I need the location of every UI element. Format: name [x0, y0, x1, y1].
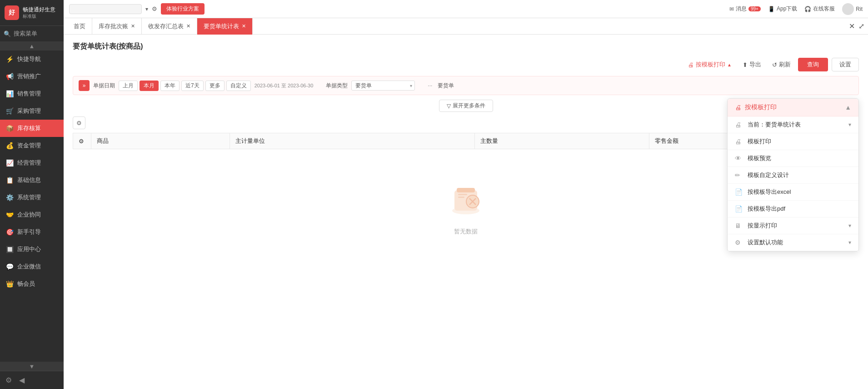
system-icon: ⚙️ — [5, 193, 14, 202]
sidebar-item-inventory[interactable]: 📦 库存核算 — [0, 120, 64, 137]
sidebar-item-system[interactable]: ⚙️ 系统管理 — [0, 189, 64, 206]
printer-dropdown-icon: 🖨 — [735, 104, 741, 111]
sidebar-item-guide[interactable]: 🎯 新手引导 — [0, 223, 64, 241]
col-unit: 主计量单位 — [230, 133, 475, 149]
settings-button[interactable]: 设置 — [832, 58, 859, 71]
wechat-icon: 💬 — [5, 263, 14, 271]
main-area: ▾ ⚙ 体验行业方案 ✉ 消息 99+ 📱 App下载 🎧 在线客服 Rit — [64, 0, 868, 389]
app-download-button[interactable]: 📱 App下载 — [768, 5, 797, 13]
basic-icon: 📋 — [5, 176, 14, 184]
purchase-icon: 🛒 — [5, 107, 14, 115]
svg-rect-6 — [458, 194, 467, 195]
online-service-button[interactable]: 🎧 在线客服 — [804, 5, 835, 13]
print-export-pdf-item[interactable]: 📄 按模板导出pdf — [728, 201, 858, 217]
user-avatar[interactable]: Rit — [842, 3, 863, 15]
sidebar-item-purchase[interactable]: 🛒 采购管理 — [0, 102, 64, 120]
template-pdf-icon: 📄 — [735, 205, 743, 212]
print-default-item[interactable]: ⚙ 设置默认功能 ▾ — [728, 234, 858, 251]
sidebar-item-collab[interactable]: 🤝 企业协同 — [0, 206, 64, 223]
print-template-item[interactable]: 🖨 模板打印 — [728, 133, 858, 150]
template-excel-icon: 📄 — [735, 188, 743, 196]
tab-batch-account[interactable]: 库存批次账 ✕ — [92, 18, 142, 35]
tab-order-summary[interactable]: 要货单统计表 ✕ — [197, 18, 253, 35]
print-button[interactable]: 🖨 按模板打印 ▲ — [684, 59, 735, 71]
topbar-gear-icon[interactable]: ⚙ — [152, 5, 157, 12]
empty-icon — [443, 177, 489, 222]
sidebar: 好 畅捷通好生意 标准版 🔍 搜索菜单 ▲ ⚡ 快捷导航 📢 营销推广 📊 销售… — [0, 0, 64, 389]
filter-date-more[interactable]: 更多 — [205, 81, 224, 91]
close-tab-batch-account[interactable]: ✕ — [131, 23, 135, 29]
sidebar-nav: ⚡ 快捷导航 📢 营销推广 📊 销售管理 🛒 采购管理 📦 库存核算 💰 资金管… — [0, 51, 64, 362]
apps-icon: 🔲 — [5, 245, 14, 253]
topbar-dropdown-arrow[interactable]: ▾ — [145, 6, 148, 12]
marketing-icon: 📢 — [5, 72, 14, 81]
tab-home[interactable]: 首页 — [67, 18, 92, 35]
filter-date-custom[interactable]: 自定义 — [226, 81, 251, 91]
refresh-icon: ↺ — [772, 61, 777, 68]
avatar-image — [842, 3, 854, 15]
filter-expand-button[interactable]: » — [79, 80, 90, 91]
refresh-button[interactable]: ↺ 刷新 — [768, 59, 794, 71]
print-design-item[interactable]: ✏ 模板自定义设计 — [728, 167, 858, 184]
tab-receipt-summary[interactable]: 收发存汇总表 ✕ — [142, 18, 197, 35]
maximize-button[interactable]: ⤢ — [858, 22, 864, 30]
print-current-item[interactable]: 🖨 当前：要货单统计表 ▾ — [728, 116, 858, 133]
print-dropdown-title: 🖨 按模板打印 — [735, 103, 777, 111]
col-quantity: 主数量 — [475, 133, 649, 149]
toggle-icon[interactable]: ◀ — [19, 376, 25, 384]
print-dropdown-section: 🖨 当前：要货单统计表 ▾ 🖨 模板打印 👁 模板预览 ✏ 模板自定义设计 — [728, 116, 858, 251]
svg-rect-7 — [458, 197, 464, 198]
sidebar-scroll-up[interactable]: ▲ — [0, 41, 64, 51]
filter-date-last-month[interactable]: 上月 — [119, 81, 138, 91]
sidebar-bottom: ⚙ ◀ — [0, 371, 64, 389]
filter-bar: » 单据日期 上月 本月 本年 近7天 更多 自定义 2023-06-01 至 … — [73, 76, 859, 95]
filter-date-this-month[interactable]: 本月 — [140, 81, 159, 91]
sidebar-item-quick-nav[interactable]: ⚡ 快捷导航 — [0, 51, 64, 68]
message-button[interactable]: ✉ 消息 99+ — [729, 5, 761, 13]
topbar: ▾ ⚙ 体验行业方案 ✉ 消息 99+ 📱 App下载 🎧 在线客服 Rit — [64, 0, 868, 18]
template-design-icon: ✏ — [735, 172, 743, 179]
print-dropdown: 🖨 按模板打印 ▲ 🖨 当前：要货单统计表 ▾ 🖨 模板打印 👁 模板预览 — [727, 98, 859, 252]
col-product: 商品 — [91, 133, 230, 149]
finance-icon: 💰 — [5, 141, 14, 150]
filter-date-7days[interactable]: 近7天 — [181, 81, 204, 91]
expand-icon: ▽ — [447, 103, 451, 109]
topbar-search-input[interactable] — [69, 4, 142, 14]
sidebar-item-basic[interactable]: 📋 基础信息 — [0, 172, 64, 189]
quick-nav-icon: ⚡ — [5, 55, 14, 63]
member-icon: 👑 — [5, 280, 14, 288]
filter-date-this-year[interactable]: 本年 — [160, 81, 180, 91]
tabs-right-actions: ✕ ⤢ — [849, 22, 864, 30]
close-tab-order-summary[interactable]: ✕ — [242, 23, 246, 29]
settings-icon[interactable]: ⚙ — [5, 376, 12, 384]
template-preview-icon: 👁 — [735, 155, 743, 162]
close-all-tabs-button[interactable]: ✕ — [849, 22, 855, 30]
trial-button[interactable]: 体验行业方案 — [161, 3, 205, 15]
query-button[interactable]: 查询 — [798, 58, 828, 71]
tab-bar: 首页 库存批次账 ✕ 收发存汇总表 ✕ 要货单统计表 ✕ ✕ ⤢ — [64, 18, 868, 35]
template-print-icon: 🖨 — [735, 138, 743, 145]
sidebar-item-finance[interactable]: 💰 资金管理 — [0, 137, 64, 154]
sidebar-item-operation[interactable]: 📈 经营管理 — [0, 154, 64, 172]
print-preview-item[interactable]: 👁 模板预览 — [728, 150, 858, 167]
column-settings-button[interactable]: ⚙ — [73, 116, 85, 129]
sidebar-item-sales[interactable]: 📊 销售管理 — [0, 85, 64, 102]
expand-conditions-button[interactable]: ▽ 展开更多条件 — [439, 100, 493, 112]
sidebar-scroll-down[interactable]: ▼ — [0, 362, 64, 371]
print-expand-icon: ▲ — [727, 62, 732, 67]
filter-type-select[interactable]: 要货单 — [351, 81, 415, 91]
sidebar-item-apps[interactable]: 🔲 应用中心 — [0, 241, 64, 258]
print-dropdown-close[interactable]: ▲ — [845, 104, 851, 111]
close-tab-receipt-summary[interactable]: ✕ — [186, 23, 190, 29]
message-icon: ✉ — [729, 6, 734, 12]
sidebar-item-marketing[interactable]: 📢 营销推广 — [0, 68, 64, 85]
current-template-expand: ▾ — [848, 121, 851, 128]
export-button[interactable]: ⬆ 导出 — [739, 59, 765, 71]
print-export-excel-item[interactable]: 📄 按模板导出excel — [728, 184, 858, 201]
print-display-item[interactable]: 🖥 按显示打印 ▾ — [728, 217, 858, 234]
col-settings: ⚙ — [73, 133, 91, 149]
search-menu[interactable]: 🔍 搜索菜单 — [0, 26, 64, 41]
sidebar-item-member[interactable]: 👑 畅会员 — [0, 275, 64, 293]
sidebar-item-wechat[interactable]: 💬 企业微信 — [0, 258, 64, 275]
logo-icon: 好 — [5, 5, 19, 20]
